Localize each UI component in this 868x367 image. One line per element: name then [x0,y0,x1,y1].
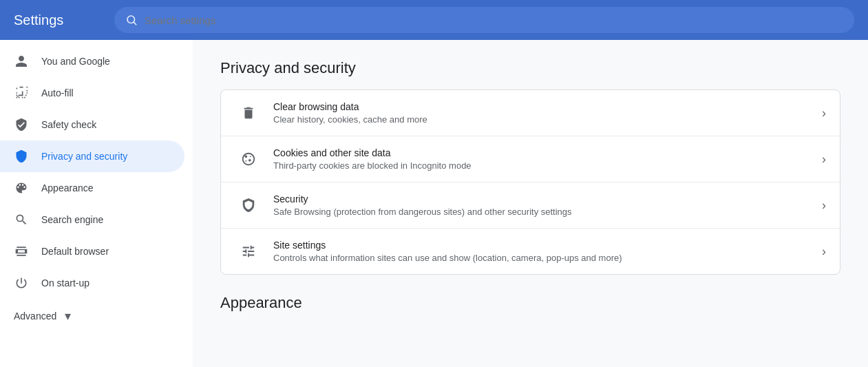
cookies-arrow: › [822,152,826,167]
sidebar-label-search-engine: Search engine [41,214,103,225]
site-settings-title: Site settings [273,240,811,251]
svg-line-1 [134,22,136,24]
security-arrow: › [822,198,826,213]
sidebar-label-default-browser: Default browser [41,246,109,257]
security-icon [235,198,262,213]
sliders-icon [235,244,262,259]
security-text: Security Safe Browsing (protection from … [262,193,822,217]
search-icon [125,14,138,26]
clear-browsing-data-arrow: › [822,106,826,120]
app-header: Settings [0,0,868,40]
card-clear-browsing-data[interactable]: Clear browsing data Clear history, cooki… [221,90,840,136]
search-input[interactable] [145,14,843,26]
privacy-cards-container: Clear browsing data Clear history, cooki… [220,90,840,275]
card-cookies[interactable]: Cookies and other site data Third-party … [221,136,840,182]
main-layout: You and Google Auto-fill Safety check Pr… [0,40,868,367]
card-site-settings[interactable]: Site settings Controls what information … [221,229,840,274]
sidebar-item-default-browser[interactable]: Default browser [0,235,184,267]
sidebar-item-safety-check[interactable]: Safety check [0,109,184,140]
security-desc: Safe Browsing (protection from dangerous… [273,207,811,217]
cookie-icon [235,151,262,167]
autofill-icon [14,85,29,101]
sidebar-label-privacy: Privacy and security [41,151,127,162]
card-security[interactable]: Security Safe Browsing (protection from … [221,182,840,229]
svg-point-5 [250,156,251,157]
clear-browsing-data-text: Clear browsing data Clear history, cooki… [262,101,822,125]
sidebar-item-on-startup[interactable]: On start-up [0,267,184,299]
chevron-down-icon: ▾ [65,308,71,324]
security-title: Security [273,193,811,205]
sidebar-item-search-engine[interactable]: Search engine [0,204,184,235]
cookies-text: Cookies and other site data Third-party … [262,147,822,171]
advanced-section[interactable]: Advanced ▾ [0,299,193,333]
trash-icon [235,105,262,120]
browser-icon [14,244,29,259]
clear-browsing-data-title: Clear browsing data [273,101,811,112]
privacy-shield-icon [14,149,29,164]
power-icon [14,275,29,291]
svg-point-3 [248,159,251,162]
site-settings-arrow: › [822,244,826,259]
site-settings-text: Site settings Controls what information … [262,240,822,263]
cookies-desc: Third-party cookies are blocked in Incog… [273,160,811,171]
sidebar-label-appearance: Appearance [41,182,94,193]
content-area: Privacy and security Clear browsing data… [193,40,868,367]
search-nav-icon [14,212,29,227]
svg-point-2 [245,156,248,158]
svg-point-4 [245,160,246,162]
sidebar-item-privacy-and-security[interactable]: Privacy and security [0,140,184,172]
search-bar[interactable] [114,7,854,33]
sidebar-label-you-and-google: You and Google [41,56,110,67]
sidebar-item-appearance[interactable]: Appearance [0,172,184,204]
site-settings-desc: Controls what information sites can use … [273,253,811,263]
sidebar-label-autofill: Auto-fill [41,87,74,98]
person-icon [14,54,29,69]
shield-check-icon [14,117,29,132]
palette-icon [14,180,29,196]
cookies-title: Cookies and other site data [273,147,811,158]
advanced-label: Advanced [14,311,56,322]
app-title: Settings [14,12,103,28]
sidebar-label-safety-check: Safety check [41,119,96,130]
privacy-section-title: Privacy and security [220,59,840,77]
sidebar: You and Google Auto-fill Safety check Pr… [0,40,193,367]
sidebar-label-on-startup: On start-up [41,277,89,289]
sidebar-item-autofill[interactable]: Auto-fill [0,77,184,109]
clear-browsing-data-desc: Clear history, cookies, cache and more [273,114,811,125]
appearance-section-title: Appearance [220,294,840,312]
sidebar-item-you-and-google[interactable]: You and Google [0,45,184,77]
